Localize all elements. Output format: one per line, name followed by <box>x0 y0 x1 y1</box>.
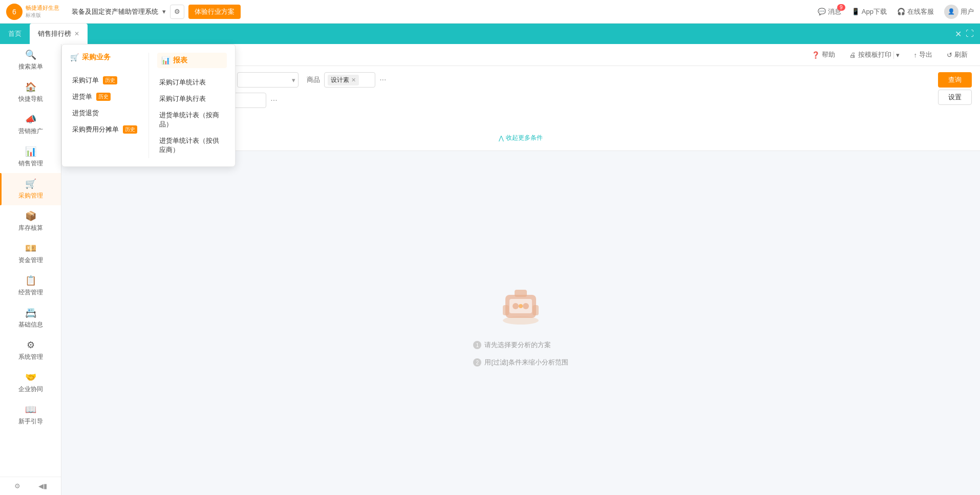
order-status-select-wrap: ▾ <box>237 72 299 88</box>
box-icon: 📦 <box>25 210 36 222</box>
search-icon: 🔍 <box>25 49 36 60</box>
svg-rect-9 <box>532 305 539 315</box>
history-badge-0: 历史 <box>103 76 117 84</box>
dropdown-divider <box>148 53 149 158</box>
collapse-arrow-icon: ⋀ <box>499 135 504 142</box>
online-service-btn[interactable]: 🎧 在线客服 <box>897 7 934 16</box>
sidebar-item-collab[interactable]: 🤝 企业协同 <box>0 367 61 399</box>
messages-badge: 9 <box>837 4 845 11</box>
tab-close-icon[interactable]: ✕ <box>74 30 79 37</box>
tab-home[interactable]: 首页 <box>0 24 30 44</box>
dropdown-inbound[interactable]: 进货单 历史 <box>70 89 140 105</box>
title-dropdown-icon[interactable]: ▾ <box>162 8 166 15</box>
logo-area: 6 畅捷通好生意 标准版 <box>6 4 68 20</box>
goods-tag-text: 设计素 <box>331 76 349 84</box>
online-service-label: 在线客服 <box>907 7 934 16</box>
sidebar-item-operation[interactable]: 📋 经营管理 <box>0 270 61 302</box>
sidebar-item-guide[interactable]: 📖 新手引导 <box>0 399 61 431</box>
sidebar-item-inventory[interactable]: 📦 库存核算 <box>0 205 61 238</box>
print-btn[interactable]: 🖨 按模板打印 ▾ <box>845 48 904 61</box>
goods-tag: 设计素 ✕ <box>328 75 359 85</box>
settings-icon[interactable]: ⚙ <box>14 482 20 490</box>
dropdown-purchase-order[interactable]: 采购订单 历史 <box>70 72 140 89</box>
user-btn[interactable]: 👤 用户 <box>944 5 974 19</box>
set-button[interactable]: 设置 <box>938 90 972 105</box>
purchase-cost-label: 采购费用分摊单 <box>72 125 119 134</box>
report-icon: 📋 <box>25 275 36 286</box>
phone-icon: 📱 <box>851 8 860 15</box>
sidebar-item-system[interactable]: ⚙ 系统管理 <box>0 334 61 367</box>
svg-point-6 <box>523 303 529 309</box>
sidebar-item-sales[interactable]: 📊 销售管理 <box>0 141 61 173</box>
guide-icon: 📖 <box>25 404 36 415</box>
export-icon: ↑ <box>914 51 918 59</box>
sidebar-bottom: ⚙ ◀▮ <box>0 477 61 495</box>
sidebar-guide-label: 新手引导 <box>18 417 43 426</box>
goods-more-btn[interactable]: ··· <box>379 75 386 84</box>
help-btn[interactable]: ❓ 帮助 <box>807 48 839 61</box>
gear-sidebar-icon: ⚙ <box>27 339 35 351</box>
report-col-title: 📊 报表 <box>157 53 227 68</box>
sidebar-collab-label: 企业协同 <box>18 385 43 394</box>
gear-button[interactable]: ⚙ <box>170 5 184 19</box>
sidebar-nav-label: 快捷导航 <box>18 95 43 103</box>
goods-tag-close[interactable]: ✕ <box>351 77 356 83</box>
dropdown-inbound-by-supplier[interactable]: 进货单统计表（按供应商） <box>157 133 227 158</box>
dropdown-purchase-cost[interactable]: 采购费用分摊单 历史 <box>70 121 140 138</box>
salesperson-more-btn[interactable]: ··· <box>270 96 277 105</box>
refresh-icon: ↺ <box>947 51 952 59</box>
dropdown-inbound-by-goods[interactable]: 进货单统计表（按商品） <box>157 107 227 133</box>
print-icon: 🖨 <box>849 51 856 59</box>
sidebar-item-marketing[interactable]: 📣 营销推广 <box>0 109 61 141</box>
tab-maximize-icon[interactable]: ⛶ <box>966 29 974 38</box>
sidebar-basic-label: 基础信息 <box>18 320 43 329</box>
hint-num-2: 2 <box>473 358 481 367</box>
purchase-dropdown-menu: 🛒 采购业务 采购订单 历史 进货单 历史 进货退货 采购费用分摊单 历史 <box>61 44 236 167</box>
empty-hint-2: 用[过滤]条件来缩小分析范围 <box>484 356 568 369</box>
avatar: 👤 <box>944 5 958 19</box>
top-bar: 6 畅捷通好生意 标准版 装备及固定资产辅助管理系统 ▾ ⚙ 体验行业方案 💬 … <box>0 0 980 24</box>
refresh-btn[interactable]: ↺ 刷新 <box>943 48 972 61</box>
refresh-label: 刷新 <box>954 50 968 59</box>
sidebar-item-basic[interactable]: 📇 基础信息 <box>0 302 61 334</box>
messages-btn[interactable]: 💬 消息 9 <box>818 7 841 16</box>
collapse-sidebar-icon[interactable]: ◀▮ <box>38 482 47 490</box>
filter-goods: 商品 设计素 ✕ ··· <box>307 72 386 88</box>
sidebar-sales-label: 销售管理 <box>18 159 43 168</box>
tab-close-window-icon[interactable]: ✕ <box>955 29 962 39</box>
app-download-label: App下载 <box>862 7 887 16</box>
history-badge-1: 历史 <box>96 93 111 101</box>
empty-text-area: 1 请先选择要分析的方案 2 用[过滤]条件来缩小分析范围 <box>473 338 568 369</box>
empty-hint-1: 请先选择要分析的方案 <box>484 338 551 352</box>
dropdown-purchase-order-stat[interactable]: 采购订单统计表 <box>157 74 227 91</box>
top-right-area: 💬 消息 9 📱 App下载 🎧 在线客服 👤 用户 <box>818 5 974 19</box>
home-icon: 🏠 <box>25 81 36 93</box>
order-status-select[interactable] <box>237 72 299 88</box>
sidebar-item-nav[interactable]: 🏠 快捷导航 <box>0 76 61 109</box>
inbound-by-goods-label: 进货单统计表（按商品） <box>159 111 225 129</box>
app-download-btn[interactable]: 📱 App下载 <box>851 7 887 16</box>
dropdown-return[interactable]: 进货退货 <box>70 105 140 121</box>
tab-sales-rank[interactable]: 销售排行榜 ✕ <box>30 24 88 44</box>
industry-btn[interactable]: 体验行业方案 <box>188 5 241 19</box>
collapse-btn[interactable]: ⋀ 收起更多条件 <box>495 132 547 144</box>
card-icon: 📇 <box>25 307 36 318</box>
tab-home-label: 首页 <box>8 29 22 38</box>
export-btn[interactable]: ↑ 导出 <box>910 48 937 61</box>
sidebar-inventory-label: 库存核算 <box>18 224 43 232</box>
sidebar-item-purchase[interactable]: 🛒 采购管理 <box>0 173 61 205</box>
sidebar-item-finance[interactable]: 💴 资金管理 <box>0 238 61 270</box>
chart-icon: 📊 <box>25 146 36 157</box>
help-icon: ❓ <box>812 51 820 59</box>
sidebar-purchase-label: 采购管理 <box>18 191 43 200</box>
report-col: 📊 报表 采购订单统计表 采购订单执行表 进货单统计表（按商品） 进货单统计表（… <box>157 53 227 158</box>
goods-label: 商品 <box>307 75 320 84</box>
help-label: 帮助 <box>822 50 835 59</box>
report-col-icon: 📊 <box>161 56 170 64</box>
sidebar-operation-label: 经营管理 <box>18 288 43 297</box>
handshake-icon: 🤝 <box>25 372 36 383</box>
dropdown-purchase-order-exec[interactable]: 采购订单执行表 <box>157 91 227 107</box>
print-dropdown-icon[interactable]: ▾ <box>893 51 900 59</box>
sidebar-item-search[interactable]: 🔍 搜索菜单 <box>0 44 61 76</box>
query-button[interactable]: 查询 <box>938 72 972 88</box>
